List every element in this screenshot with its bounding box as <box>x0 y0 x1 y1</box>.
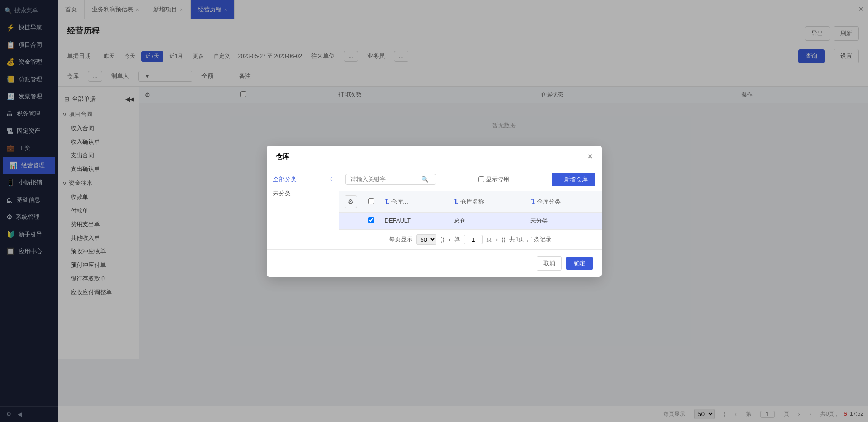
td-code: DEFAULT <box>379 212 448 229</box>
modal-search-input[interactable] <box>350 176 418 183</box>
modal-actions: 取消 确定 <box>267 249 602 277</box>
row-checkbox[interactable] <box>368 217 374 223</box>
show-disabled-checkbox[interactable] <box>478 176 484 182</box>
th-name-label: 仓库名称 <box>460 198 484 205</box>
modal-close-btn[interactable]: × <box>588 152 593 161</box>
sort-icon-3: ⇅ <box>530 198 535 205</box>
modal-body: 全部分类 《 未分类 🔍 <box>267 168 602 249</box>
pagination-total-info: 共1页，1条记录 <box>509 235 551 243</box>
modal-left-title: 全部分类 <box>273 175 297 184</box>
th-select-all[interactable] <box>368 198 374 204</box>
modal-pagination: 每页显示 50 ⟨⟨ ‹ 算 页 › ⟩⟩ 共1页，1条记录 <box>339 229 602 249</box>
modal-left-header: 全部分类 《 <box>267 173 339 186</box>
th-settings[interactable]: ⚙ <box>339 191 363 213</box>
sort-icon: ⇅ <box>385 198 390 205</box>
cancel-button[interactable]: 取消 <box>537 256 562 271</box>
td-name: 总仓 <box>448 212 525 229</box>
th-code-label: 仓库... <box>391 198 408 205</box>
modal-overlay: 仓库 × 全部分类 《 未分类 <box>0 0 868 422</box>
td-checkbox[interactable] <box>363 212 379 229</box>
pagination-last-btn[interactable]: ⟩⟩ <box>501 236 506 243</box>
td-category: 未分类 <box>525 212 601 229</box>
pagination-first-btn[interactable]: ⟨⟨ <box>440 236 445 243</box>
modal-toolbar: 🔍 显示停用 + 新增仓库 <box>339 168 602 191</box>
table-row[interactable]: DEFAULT 总仓 未分类 <box>339 212 602 229</box>
modal-left-panel: 全部分类 《 未分类 <box>267 168 339 249</box>
pagination-page-suffix: 页 <box>486 235 492 243</box>
confirm-button[interactable]: 确定 <box>566 257 593 270</box>
th-category-label: 仓库分类 <box>537 198 561 205</box>
modal-left-item-unclassified[interactable]: 未分类 <box>267 186 339 201</box>
sort-icon-2: ⇅ <box>454 198 459 205</box>
th-category[interactable]: ⇅ 仓库分类 <box>525 191 601 213</box>
pagination-page-label: 算 <box>454 235 460 243</box>
td-settings <box>339 212 363 229</box>
table-gear-icon[interactable]: ⚙ <box>345 195 357 208</box>
modal-right-panel: 🔍 显示停用 + 新增仓库 ⚙ <box>339 168 602 249</box>
modal-show-disabled: 显示停用 <box>478 175 509 184</box>
modal-title: 仓库 <box>276 152 289 161</box>
modal-search-box[interactable]: 🔍 <box>345 174 436 185</box>
pagination-prev-btn[interactable]: ‹ <box>448 236 450 243</box>
warehouse-modal: 仓库 × 全部分类 《 未分类 <box>267 146 602 277</box>
warehouse-table: ⚙ ⇅ 仓库... ⇅ <box>339 191 602 229</box>
add-warehouse-button[interactable]: + 新增仓库 <box>552 173 595 186</box>
th-code[interactable]: ⇅ 仓库... <box>379 191 448 213</box>
th-checkbox[interactable] <box>363 191 379 213</box>
modal-left-scroll: 未分类 <box>267 186 339 245</box>
show-disabled-label: 显示停用 <box>486 175 509 184</box>
modal-table: ⚙ ⇅ 仓库... ⇅ <box>339 191 602 229</box>
page-size-label: 每页显示 <box>389 235 412 243</box>
page-size-select[interactable]: 50 <box>416 234 436 245</box>
pagination-page-input[interactable] <box>464 235 483 244</box>
pagination-next-btn[interactable]: › <box>496 236 498 243</box>
search-icon: 🔍 <box>421 176 428 183</box>
modal-header: 仓库 × <box>267 146 602 168</box>
modal-left-collapse-icon[interactable]: 《 <box>327 176 332 183</box>
th-name[interactable]: ⇅ 仓库名称 <box>448 191 525 213</box>
